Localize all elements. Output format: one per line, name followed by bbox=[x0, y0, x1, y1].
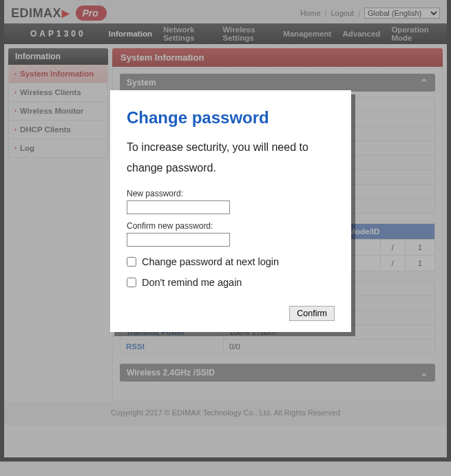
confirm-password-label: Confirm new password: bbox=[127, 221, 335, 231]
change-next-login-checkbox[interactable] bbox=[127, 257, 136, 267]
dont-remind-label: Don't remind me again bbox=[142, 277, 242, 288]
change-next-login-label: Change password at next login bbox=[142, 256, 279, 267]
dont-remind-checkbox[interactable] bbox=[127, 278, 136, 287]
dialog-description: To increase secturity, you will need to … bbox=[127, 137, 335, 179]
new-password-input[interactable] bbox=[127, 200, 230, 214]
change-next-login-row: Change password at next login bbox=[127, 256, 335, 267]
dialog-title: Change password bbox=[127, 108, 335, 127]
confirm-button[interactable]: Confirm bbox=[289, 306, 335, 321]
new-password-label: New password: bbox=[127, 189, 335, 198]
confirm-password-row: Confirm new password: bbox=[127, 221, 335, 247]
dont-remind-row: Don't remind me again bbox=[127, 277, 335, 288]
dialog-footer: Confirm bbox=[127, 306, 335, 321]
change-password-dialog: Change password To increase secturity, y… bbox=[110, 90, 351, 332]
new-password-row: New password: bbox=[127, 189, 335, 214]
confirm-password-input[interactable] bbox=[127, 233, 230, 247]
